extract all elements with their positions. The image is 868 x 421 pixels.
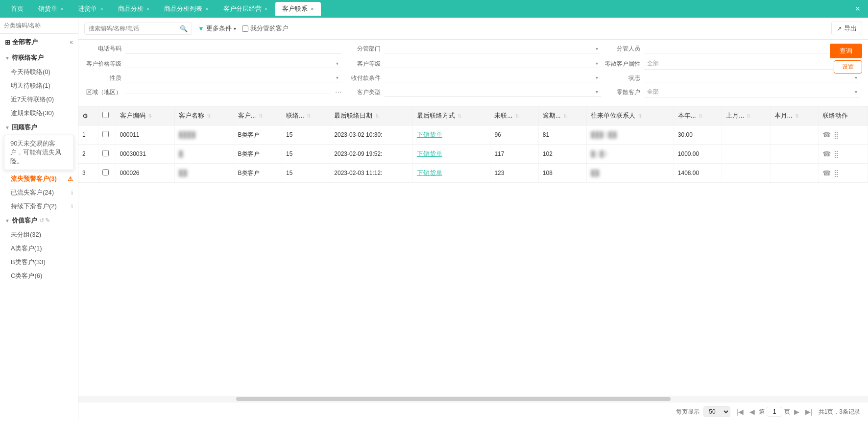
row-checkbox[interactable] — [98, 145, 116, 164]
col-name: 客户名称 ⇅ — [175, 106, 234, 125]
filter-region-select[interactable] — [125, 91, 331, 94]
filter-region: 区域（地区） ··· — [86, 86, 341, 98]
filter-dept-select[interactable]: ▾ — [385, 45, 601, 53]
sidebar-group-value[interactable]: ▼ 价值客户 ↺ ✎ — [0, 213, 78, 228]
contact-icon[interactable]: ☎ — [822, 150, 831, 158]
tab-product-analysis[interactable]: 商品分析 × — [111, 2, 156, 16]
scrollbar-thumb[interactable] — [236, 397, 671, 401]
tab-customer-tier[interactable]: 客户分层经营 × — [217, 2, 274, 16]
row-select-checkbox[interactable] — [102, 131, 109, 137]
region-more-button[interactable]: ··· — [335, 88, 341, 97]
sidebar-search-area: 🔍 — [0, 18, 78, 34]
sidebar-item-c-class[interactable]: C类客户(6) — [0, 269, 78, 283]
search-input[interactable] — [89, 25, 180, 32]
sidebar-item-ungroup[interactable]: 未分组(32) — [0, 228, 78, 242]
row-checkbox[interactable] — [98, 125, 116, 145]
filter-customer-type-select[interactable]: ▾ — [385, 88, 601, 97]
prev-page-button[interactable]: ◀ — [747, 407, 757, 417]
tab-home[interactable]: 首页 — [4, 2, 30, 16]
my-customers-check[interactable] — [242, 25, 248, 32]
filter-customer-grade: 客户等级 ▾ — [345, 58, 601, 70]
first-page-button[interactable]: |◀ — [734, 407, 746, 417]
per-page-label: 每页显示 — [676, 408, 699, 416]
export-button[interactable]: ↗ 导出 — [831, 22, 862, 35]
close-icon[interactable]: × — [146, 6, 149, 12]
sidebar-root[interactable]: ⊞ 全部客户 « — [0, 34, 78, 50]
sidebar-group-pending[interactable]: ▼ 待联络客户 — [0, 50, 78, 65]
last-page-button[interactable]: ▶| — [803, 407, 815, 417]
filter-price-grade-select[interactable]: ▾ — [125, 59, 341, 68]
tab-sales[interactable]: 销货单 × — [31, 2, 70, 16]
tab-purchase[interactable]: 进货单 × — [71, 2, 110, 16]
sidebar-item-tomorrow[interactable]: 明天待联络(1) — [0, 79, 78, 93]
edit-icon[interactable]: ✎ — [45, 217, 50, 224]
col-type: 客户... ⇅ — [234, 106, 282, 125]
more-action-icon[interactable]: ⣿ — [834, 131, 839, 139]
close-icon[interactable]: × — [205, 6, 208, 12]
sidebar-search-input[interactable] — [4, 22, 77, 29]
sidebar-item-b-class[interactable]: B类客户(33) — [0, 255, 78, 269]
chevron-down-icon: ▾ — [596, 75, 598, 80]
col-settings[interactable]: ⚙ — [78, 106, 98, 125]
row-actions: ☎ ⣿ — [818, 145, 868, 164]
row-this-year: 1408.00 — [674, 164, 722, 183]
close-all-button[interactable]: × — [851, 4, 864, 14]
col-checkbox[interactable] — [98, 106, 116, 125]
row-last-month — [722, 164, 770, 183]
row-last-method[interactable]: 下销货单 — [412, 164, 490, 183]
settings-button[interactable]: 设置 — [834, 60, 862, 74]
my-customers-checkbox[interactable]: 我分管的客户 — [242, 24, 289, 33]
sidebar-item-today[interactable]: 今天待联络(0) — [0, 65, 78, 79]
table-footer: 每页显示 50 100 200 |◀ ◀ 第 页 ▶ ▶| 共1页，3条记录 — [78, 402, 868, 421]
sidebar-item-churned[interactable]: 已流失客户(24) ℹ — [0, 186, 78, 199]
filter-status-select[interactable]: ▾ — [644, 74, 860, 82]
search-button[interactable]: 🔍 — [180, 25, 188, 32]
close-icon[interactable]: × — [265, 6, 267, 12]
sidebar-item-overdue[interactable]: 逾期未联络(30) — [0, 106, 78, 120]
more-action-icon[interactable]: ⣿ — [834, 150, 839, 158]
next-page-button[interactable]: ▶ — [792, 407, 801, 417]
sidebar-group-review[interactable]: ▼ 回顾客户 — [0, 120, 78, 135]
filter-phone-input[interactable] — [125, 44, 341, 54]
sidebar-item-week[interactable]: 近7天待联络(0) — [0, 93, 78, 106]
filter-customer-grade-select[interactable]: ▾ — [385, 59, 601, 68]
row-last-method[interactable]: 下销货单 — [412, 145, 490, 164]
refresh-icon[interactable]: ↺ — [39, 217, 44, 224]
horizontal-scrollbar[interactable] — [78, 396, 868, 402]
close-icon[interactable]: × — [311, 6, 313, 12]
tab-customer-contact[interactable]: 客户联系 × — [275, 2, 320, 16]
col-contact-person: 往来单位联系人 ⇅ — [587, 106, 674, 125]
filter-payment-select[interactable]: ▾ — [385, 74, 601, 82]
advanced-filter: 电话号码 分管部门 ▾ 分管人员 ▾ — [78, 40, 868, 106]
filter-dept-label: 分管部门 — [345, 45, 381, 53]
filter-price-grade: 客户价格等级 ▾ — [86, 58, 341, 70]
info-icon: ℹ — [71, 190, 73, 196]
sidebar-item-churn-warning[interactable]: 流失预警客户(3) ⚠ — [0, 172, 78, 186]
row-overdue: 108 — [538, 164, 586, 183]
row-last-date: 2023-02-03 11:12: — [330, 164, 413, 183]
filter-retail-select[interactable]: 全部 ▾ — [644, 86, 860, 98]
tab-product-analysis-list[interactable]: 商品分析列表 × — [157, 2, 215, 16]
row-last-method[interactable]: 下销货单 — [412, 125, 490, 145]
sidebar-item-declining[interactable]: 持续下滑客户(2) ℹ — [0, 199, 78, 213]
filter-person-select[interactable]: ▾ — [644, 45, 850, 53]
query-button[interactable]: 查询 — [830, 44, 862, 58]
close-icon[interactable]: × — [60, 6, 63, 12]
row-select-checkbox[interactable] — [102, 169, 109, 175]
collapse-icon[interactable]: « — [70, 39, 73, 46]
select-all-checkbox[interactable] — [102, 112, 109, 118]
contact-icon[interactable]: ☎ — [822, 131, 831, 139]
close-icon[interactable]: × — [100, 6, 103, 12]
filter-dept: 分管部门 ▾ — [345, 44, 601, 54]
table-row: 3 000026 ██ B类客户 15 2023-02-03 11:12: 下销… — [78, 164, 868, 183]
page-input[interactable] — [767, 407, 782, 417]
filter-retail-attr-select[interactable]: 全部 ▾ — [644, 58, 860, 70]
per-page-select[interactable]: 50 100 200 — [703, 406, 730, 417]
row-select-checkbox[interactable] — [102, 150, 109, 156]
more-conditions-button[interactable]: ▼ 更多条件 ▾ — [198, 24, 236, 33]
contact-icon[interactable]: ☎ — [822, 169, 831, 177]
more-action-icon[interactable]: ⣿ — [834, 169, 839, 177]
sidebar-item-a-class[interactable]: A类客户(1) — [0, 242, 78, 255]
row-checkbox[interactable] — [98, 164, 116, 183]
filter-nature-select[interactable]: ▾ — [125, 74, 341, 82]
